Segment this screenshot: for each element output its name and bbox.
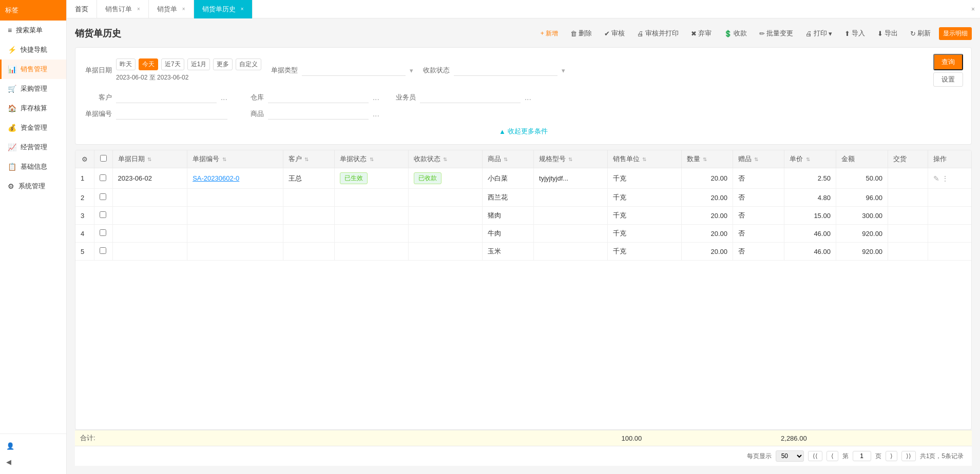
print-button[interactable]: 🖨 打印 ▾ [801, 27, 836, 40]
cell-cb-0[interactable] [94, 168, 112, 189]
export-button[interactable]: ⬇ 导出 [873, 27, 902, 40]
sort-goods-icon[interactable]: ⇅ [504, 156, 508, 162]
cell-number-0[interactable]: SA-20230602-0 [187, 168, 283, 189]
sort-unit-icon[interactable]: ⇅ [642, 156, 646, 162]
row-checkbox-3[interactable] [100, 229, 106, 236]
cell-unit-4: 千克 [607, 243, 681, 261]
date-btn-7days[interactable]: 近7天 [161, 58, 184, 70]
page-size-select[interactable]: 50 100 200 [776, 450, 804, 462]
collect-button[interactable]: 💲 收款 [720, 27, 751, 40]
cell-cb-2[interactable] [94, 207, 112, 225]
cell-spec-3 [534, 225, 608, 243]
row-checkbox-2[interactable] [100, 211, 106, 218]
goods-dots-icon[interactable]: ... [373, 109, 379, 118]
sidebar-item-inventory[interactable]: 🏠 库存核算 [0, 98, 66, 118]
row-checkbox-0[interactable] [100, 174, 106, 181]
salesperson-input[interactable] [420, 92, 521, 103]
col-settings[interactable]: ⚙ [75, 150, 94, 168]
col-checkbox[interactable] [94, 150, 112, 168]
cell-cb-4[interactable] [94, 243, 112, 261]
more-icon-0[interactable]: ⋮ [941, 174, 949, 183]
warehouse-label: 仓库 [236, 93, 264, 102]
col-amount: 金额 [836, 150, 888, 168]
collect-status-input[interactable] [454, 65, 558, 76]
edit-icon-0[interactable]: ✎ [933, 174, 939, 183]
row-checkbox-4[interactable] [100, 247, 106, 254]
sort-spec-icon[interactable]: ⇅ [568, 156, 572, 162]
doctype-input[interactable] [302, 65, 406, 76]
customer-dots-icon[interactable]: ... [221, 93, 227, 102]
window-close-btn[interactable]: × [966, 6, 980, 13]
sidebar-item-basicinfo[interactable]: 📋 基础信息 [0, 157, 66, 176]
sidebar-item-system[interactable]: ⚙ 系统管理 [0, 176, 66, 196]
sort-collect-status-icon[interactable]: ⇅ [443, 156, 447, 162]
setting-button[interactable]: 设置 [933, 72, 963, 87]
docnumber-input[interactable] [116, 108, 227, 120]
tab-sales-goods[interactable]: 销货单 × [149, 0, 194, 18]
page-prev-btn[interactable]: ⟨ [827, 451, 838, 461]
cell-doc-status-0: 已生效 [335, 168, 409, 189]
doctype-dropdown-icon[interactable]: ▾ [410, 67, 413, 74]
cell-doc-status-3 [335, 225, 409, 243]
display-button[interactable]: 显示明细 [939, 27, 972, 40]
import-button[interactable]: ⬆ 导入 [840, 27, 869, 40]
settings-gear-icon[interactable]: ⚙ [82, 155, 88, 163]
tab-sales-history[interactable]: 销货单历史 × [194, 0, 253, 18]
sort-customer-icon[interactable]: ⇅ [304, 156, 309, 162]
cell-cb-3[interactable] [94, 225, 112, 243]
cell-number-2[interactable] [187, 207, 283, 225]
cell-number-4[interactable] [187, 243, 283, 261]
page-input[interactable] [853, 451, 871, 461]
collect-status-dropdown-icon[interactable]: ▾ [562, 67, 565, 74]
batch-icon: ✏ [759, 30, 765, 37]
audit-button[interactable]: ✔ 审核 [600, 27, 629, 40]
page-next-btn[interactable]: ⟩ [886, 451, 897, 461]
sidebar-bottom-user[interactable]: 👤 [0, 438, 66, 454]
sidebar-collapse-btn[interactable]: ◀ [0, 454, 66, 470]
sort-date-icon[interactable]: ⇅ [147, 156, 151, 162]
sidebar-item-operations[interactable]: 📈 经营管理 [0, 137, 66, 157]
new-button[interactable]: + 新增 [536, 27, 562, 40]
sidebar-item-finance[interactable]: 💰 资金管理 [0, 118, 66, 137]
select-all-checkbox[interactable] [100, 155, 107, 162]
abandon-button[interactable]: ✖ 弃审 [687, 27, 716, 40]
date-btn-yesterday[interactable]: 昨天 [116, 58, 136, 70]
date-btn-today[interactable]: 今天 [139, 58, 158, 70]
cell-number-1[interactable] [187, 189, 283, 207]
warehouse-input[interactable] [268, 92, 369, 103]
sidebar-item-sales[interactable]: 📊 销售管理 [0, 60, 66, 79]
tab-sales-order[interactable]: 销售订单 × [97, 0, 149, 18]
query-button[interactable]: 查询 [933, 54, 963, 70]
warehouse-dots-icon[interactable]: ... [373, 93, 379, 102]
sort-number-icon[interactable]: ⇅ [222, 156, 226, 162]
cell-collect-status-0: 已收款 [408, 168, 482, 189]
date-btn-1month[interactable]: 近1月 [187, 58, 210, 70]
sidebar-item-search[interactable]: ≡ 搜索菜单 [0, 21, 66, 40]
row-checkbox-1[interactable] [100, 193, 106, 200]
sidebar-item-quicknav[interactable]: ⚡ 快捷导航 [0, 40, 66, 60]
sort-quantity-icon[interactable]: ⇅ [703, 156, 707, 162]
goods-input[interactable] [268, 108, 369, 120]
doc-number-link-0[interactable]: SA-20230602-0 [193, 174, 239, 182]
delete-button[interactable]: 🗑 删除 [566, 27, 596, 40]
date-btn-more[interactable]: 更多 [213, 58, 233, 70]
sort-gift-icon[interactable]: ⇅ [754, 156, 758, 162]
tab-sales-goods-close[interactable]: × [182, 6, 185, 12]
cell-number-3[interactable] [187, 225, 283, 243]
refresh-button[interactable]: ↻ 刷新 [906, 27, 935, 40]
collapse-button[interactable]: ▲ 收起更多条件 [84, 125, 963, 138]
tab-sales-order-close[interactable]: × [137, 6, 140, 12]
salesperson-dots-icon[interactable]: ... [525, 93, 531, 102]
audit-print-button[interactable]: 🖨 审核并打印 [633, 27, 683, 40]
tab-sales-history-close[interactable]: × [241, 6, 244, 12]
date-btn-custom[interactable]: 自定义 [236, 58, 261, 70]
cell-cb-1[interactable] [94, 189, 112, 207]
tab-home[interactable]: 首页 [67, 0, 97, 18]
customer-input[interactable] [116, 92, 217, 103]
sort-price-icon[interactable]: ⇅ [806, 156, 810, 162]
page-first-btn[interactable]: ⟨⟨ [808, 451, 822, 461]
sort-doc-status-icon[interactable]: ⇅ [370, 156, 374, 162]
batch-change-button[interactable]: ✏ 批量变更 [755, 27, 797, 40]
sidebar-item-purchase[interactable]: 🛒 采购管理 [0, 79, 66, 98]
page-last-btn[interactable]: ⟩⟩ [901, 451, 916, 461]
